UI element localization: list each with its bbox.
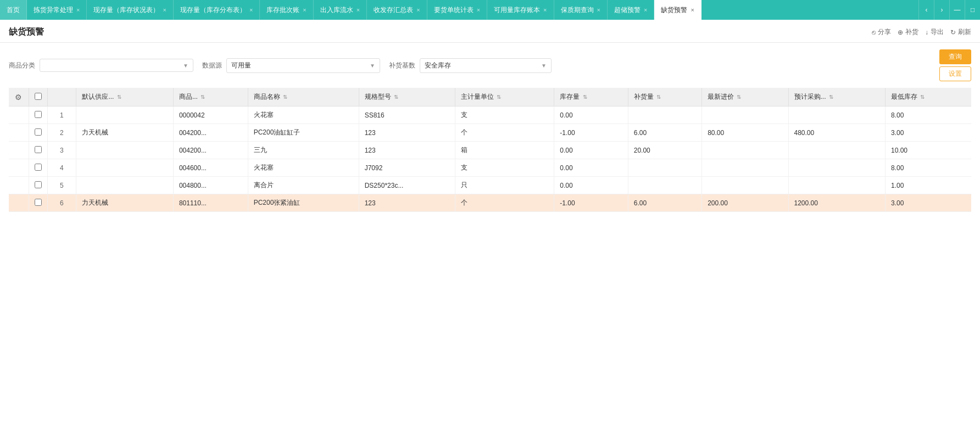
row-number: 1 [47,107,76,124]
row-number: 4 [47,159,76,177]
row-goods-name: 火花塞 [248,159,359,177]
col-gear[interactable]: ⚙ [9,88,29,107]
select-all-checkbox[interactable] [35,93,42,100]
row-goods-code: 0000042 [173,107,248,124]
row-latest-price [702,177,788,194]
row-min-stock: 1.00 [886,177,972,194]
query-button[interactable]: 查询 [939,49,971,64]
row-number: 2 [47,124,76,142]
close-tab-6[interactable]: × [416,7,420,13]
col-est-purchase[interactable]: 预计采购... ⇅ [788,88,886,107]
row-gear-cell [9,194,29,212]
row-unit: 箱 [455,142,554,159]
row-unit: 个 [455,194,554,212]
settings-button[interactable]: 设置 [939,66,971,81]
table-row: 5 004800... 离合片 DS250*23c... 只 0.00 1.00 [9,177,971,194]
tab-home[interactable]: 首页 [0,0,27,20]
tab-inout-flow[interactable]: 出入库流水 × [314,0,367,20]
row-spec-model: 123 [359,142,455,159]
row-replenish-qty: 20.00 [628,142,701,159]
tab-shortage-warning[interactable]: 缺货预警 × [654,0,701,20]
tab-available-stock-book[interactable]: 可用量库存账本 × [487,0,554,20]
row-min-stock: 10.00 [886,142,972,159]
close-tab-9[interactable]: × [597,7,600,13]
close-tab-1[interactable]: × [76,7,80,13]
row-min-stock: 8.00 [886,159,972,177]
replenish-base-select[interactable]: 安全库存 ▼ [420,58,552,73]
tab-prev-btn[interactable]: ‹ [918,0,934,20]
page-header: 缺货预警 ⎋ 分享 ⊕ 补货 ↓ 导出 ↻ 刷新 [0,20,980,43]
chevron-down-icon-2: ▼ [370,63,375,69]
col-unit[interactable]: 主计量单位 ⇅ [455,88,554,107]
row-checkbox-cell[interactable] [29,159,47,177]
refresh-action[interactable]: ↻ 刷新 [950,27,971,37]
row-checkbox-4[interactable] [35,181,42,188]
row-checkbox-1[interactable] [35,128,42,136]
tab-receive-summary[interactable]: 收发存汇总表 × [367,0,427,20]
col-spec-model[interactable]: 规格型号 ⇅ [359,88,455,107]
row-checkbox-5[interactable] [35,199,42,206]
row-checkbox-3[interactable] [35,164,42,171]
row-checkbox-cell[interactable] [29,194,47,212]
row-est-purchase: 480.00 [788,124,886,142]
row-spec-model: DS250*23c... [359,177,455,194]
row-goods-code: 801110... [173,194,248,212]
col-stock-qty[interactable]: 库存量 ⇅ [554,88,628,107]
data-source-select[interactable]: 可用量 ▼ [226,58,380,73]
col-default-supplier[interactable]: 默认供应... ⇅ [76,88,174,107]
close-tab-8[interactable]: × [543,7,547,13]
col-checkbox-header[interactable] [29,88,47,107]
export-action[interactable]: ↓ 导出 [925,27,944,37]
row-checkbox-0[interactable] [35,111,42,118]
row-unit: 个 [455,124,554,142]
sort-replenish-icon: ⇅ [656,94,661,100]
filter-bar: 商品分类 ▼ 数据源 可用量 ▼ 补货基数 安全库存 ▼ 查询 设置 [0,43,980,88]
tab-stock-distribution[interactable]: 现存量（库存分布表） × [174,0,260,20]
window-maximize-btn[interactable]: □ [965,0,980,20]
tab-overstock-warning[interactable]: 超储预警 × [608,0,654,20]
close-tab-7[interactable]: × [477,7,480,13]
share-action[interactable]: ⎋ 分享 [872,27,891,37]
row-goods-code: 004200... [173,142,248,159]
row-default-supplier [76,159,174,177]
col-min-stock[interactable]: 最低库存 ⇅ [886,88,972,107]
col-latest-price[interactable]: 最新进价 ⇅ [702,88,788,107]
row-spec-model: 123 [359,124,455,142]
row-replenish-qty: 6.00 [628,194,701,212]
close-tab-2[interactable]: × [163,7,166,13]
row-latest-price: 200.00 [702,194,788,212]
row-checkbox-cell[interactable] [29,107,47,124]
window-minimize-btn[interactable]: — [949,0,965,20]
close-tab-5[interactable]: × [357,7,360,13]
tab-expiry-query[interactable]: 保质期查询 × [554,0,608,20]
row-checkbox-cell[interactable] [29,124,47,142]
tab-pick-exception[interactable]: 拣货异常处理 × [27,0,87,20]
row-checkbox-cell[interactable] [29,142,47,159]
table-row: 6 力天机械 801110... PC200张紧油缸 123 个 -1.00 6… [9,194,971,212]
row-stock-qty: 0.00 [554,177,628,194]
row-latest-price [702,107,788,124]
row-checkbox-cell[interactable] [29,177,47,194]
sort-price-icon: ⇅ [737,94,741,100]
row-unit: 支 [455,107,554,124]
share-icon: ⎋ [872,29,876,36]
data-source-filter-group: 数据源 可用量 ▼ [202,58,380,73]
commodity-class-select[interactable]: ▼ [40,59,193,72]
chevron-down-icon: ▼ [183,63,188,69]
row-min-stock: 3.00 [886,194,972,212]
restock-action[interactable]: ⊕ 补货 [898,27,918,37]
close-tab-3[interactable]: × [249,7,253,13]
tab-bar: 首页 拣货异常处理 × 现存量（库存状况表） × 现存量（库存分布表） × 库存… [0,0,980,20]
tab-batch-account[interactable]: 库存批次账 × [260,0,313,20]
close-tab-4[interactable]: × [303,7,306,13]
tab-goods-order-stats[interactable]: 要货单统计表 × [427,0,487,20]
col-goods-name[interactable]: 商品名称 ⇅ [248,88,359,107]
tab-next-btn[interactable]: › [934,0,949,20]
close-tab-11[interactable]: × [691,7,694,13]
col-replenish-qty[interactable]: 补货量 ⇅ [628,88,701,107]
tab-stock-status[interactable]: 现存量（库存状况表） × [87,0,173,20]
row-checkbox-2[interactable] [35,146,42,153]
close-tab-10[interactable]: × [644,7,647,13]
gear-icon[interactable]: ⚙ [15,93,22,102]
col-goods-code[interactable]: 商品... ⇅ [173,88,248,107]
